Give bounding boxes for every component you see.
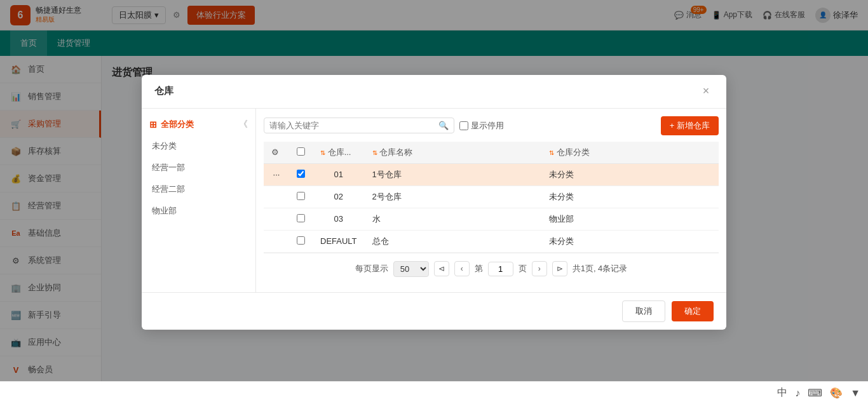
search-input-wrap: 🔍 — [264, 118, 454, 133]
category-all-btn[interactable]: ⊞ 全部分类 — [149, 119, 194, 130]
row-checkbox-cell-2 — [289, 208, 313, 230]
row-category-1: 未分类 — [541, 185, 719, 208]
dialog-header: 仓库 × — [142, 75, 726, 109]
row-gear-3[interactable] — [264, 230, 289, 252]
row-num-0: 01 — [313, 163, 365, 185]
dialog-body: ⊞ 全部分类 《 未分类 经营一部 经营二部 物业部 — [142, 109, 726, 292]
cancel-button[interactable]: 取消 — [622, 300, 665, 322]
table-row[interactable]: ··· 01 1号仓库 未分类 — [264, 163, 719, 185]
page-suffix: 页 — [519, 263, 527, 274]
sort-icon-code: ⇅ — [320, 149, 325, 156]
page-number-input[interactable] — [488, 262, 513, 276]
row-gear-0[interactable]: ··· — [264, 163, 289, 185]
dialog-footer: 取消 确定 — [142, 292, 726, 330]
dialog-close-button[interactable]: × — [698, 84, 714, 99]
warehouse-table: ⚙ ⇅ 仓库... ⇅ — [264, 142, 719, 253]
gear-header-icon: ⚙ — [271, 147, 279, 157]
bottom-icon-keyboard[interactable]: ⌨ — [808, 387, 822, 399]
row-menu-icon: ··· — [273, 170, 280, 179]
table-panel: 🔍 显示停用 + 新增仓库 ⚙ — [256, 109, 726, 292]
per-page-select[interactable]: 50 10 20 100 — [393, 261, 429, 277]
row-num-2: 03 — [313, 208, 365, 230]
bottom-icon-theme[interactable]: 🎨 — [830, 387, 843, 399]
page-label: 第 — [475, 263, 483, 274]
col-checkbox — [289, 142, 313, 164]
bottom-icon-music[interactable]: ♪ — [795, 387, 800, 399]
row-category-3: 未分类 — [541, 230, 719, 252]
show-disabled-checkbox[interactable] — [459, 121, 468, 130]
category-panel: ⊞ 全部分类 《 未分类 经营一部 经营二部 物业部 — [142, 109, 256, 292]
collapse-button[interactable]: 《 — [239, 119, 248, 130]
row-name-3: 总仓 — [365, 230, 542, 252]
search-input[interactable] — [269, 121, 435, 130]
table-row[interactable]: 03 水 物业部 — [264, 208, 719, 230]
bottom-bar: 中 ♪ ⌨ 🎨 ▼ — [0, 381, 868, 404]
row-gear-1[interactable] — [264, 185, 289, 208]
table-row[interactable]: DEFAULT 总仓 未分类 — [264, 230, 719, 252]
sort-icon-category: ⇅ — [549, 149, 554, 156]
row-checkbox-cell-0 — [289, 163, 313, 185]
warehouse-dialog: 仓库 × ⊞ 全部分类 《 未分类 经营一部 — [142, 75, 726, 330]
row-category-2: 物业部 — [541, 208, 719, 230]
row-name-0: 1号仓库 — [365, 163, 542, 185]
total-info: 共1页, 4条记录 — [573, 263, 628, 274]
row-checkbox-2[interactable] — [297, 214, 305, 222]
pagination: 每页显示 50 10 20 100 ⊲ ‹ 第 页 › ⊳ 共1页, 4条记录 — [264, 253, 719, 285]
row-checkbox-3[interactable] — [297, 236, 305, 245]
category-header: ⊞ 全部分类 《 — [142, 114, 255, 135]
first-page-button[interactable]: ⊲ — [434, 261, 449, 276]
row-checkbox-cell-1 — [289, 185, 313, 208]
col-gear: ⚙ — [264, 142, 289, 164]
col-category: ⇅ 仓库分类 — [541, 142, 719, 164]
confirm-button[interactable]: 确定 — [672, 301, 714, 321]
dialog-title: 仓库 — [154, 85, 173, 97]
row-num-1: 02 — [313, 185, 365, 208]
grid-icon: ⊞ — [149, 119, 157, 130]
category-item-ops1[interactable]: 经营一部 — [142, 157, 255, 178]
sort-icon-name: ⇅ — [372, 149, 377, 156]
add-warehouse-button[interactable]: + 新增仓库 — [661, 116, 719, 135]
table-toolbar: 🔍 显示停用 + 新增仓库 — [264, 116, 719, 135]
prev-page-button[interactable]: ‹ — [454, 261, 470, 276]
table-row[interactable]: 02 2号仓库 未分类 — [264, 185, 719, 208]
col-name: ⇅ 仓库名称 — [365, 142, 542, 164]
row-category-0: 未分类 — [541, 163, 719, 185]
category-item-ops2[interactable]: 经营二部 — [142, 178, 255, 200]
select-all-checkbox[interactable] — [297, 147, 305, 156]
per-page-label: 每页显示 — [355, 263, 388, 274]
category-item-property[interactable]: 物业部 — [142, 200, 255, 222]
row-name-1: 2号仓库 — [365, 185, 542, 208]
row-num-3: DEFAULT — [313, 230, 365, 252]
row-checkbox-1[interactable] — [297, 192, 305, 200]
row-name-2: 水 — [365, 208, 542, 230]
show-disabled-label: 显示停用 — [459, 120, 504, 131]
category-all-label: 全部分类 — [161, 119, 194, 130]
category-item-unclassified[interactable]: 未分类 — [142, 135, 255, 157]
table-container: ⚙ ⇅ 仓库... ⇅ — [264, 142, 719, 253]
row-gear-2[interactable] — [264, 208, 289, 230]
bottom-icon-arrow[interactable]: ▼ — [850, 387, 860, 399]
col-code: ⇅ 仓库... — [313, 142, 365, 164]
next-page-button[interactable]: › — [532, 261, 547, 276]
row-checkbox-cell-3 — [289, 230, 313, 252]
bottom-icon-zh[interactable]: 中 — [777, 386, 787, 400]
last-page-button[interactable]: ⊳ — [552, 261, 567, 276]
row-checkbox-0[interactable] — [297, 170, 305, 178]
search-icon: 🔍 — [438, 121, 449, 130]
modal-overlay[interactable]: 仓库 × ⊞ 全部分类 《 未分类 经营一部 — [0, 0, 868, 404]
